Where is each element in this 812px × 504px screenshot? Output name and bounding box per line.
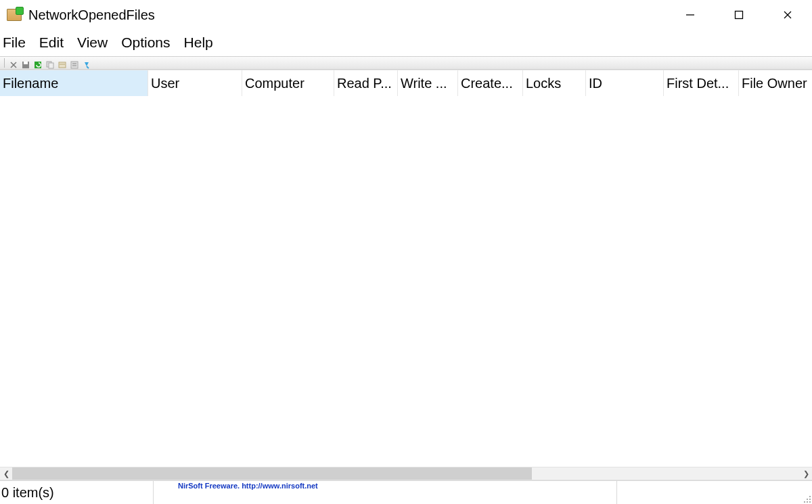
maximize-button[interactable] xyxy=(715,0,763,30)
column-header-locks[interactable]: Locks xyxy=(523,70,586,96)
menu-file[interactable]: File xyxy=(1,35,32,51)
properties-icon[interactable] xyxy=(58,58,67,68)
column-header-read-p[interactable]: Read P... xyxy=(334,70,398,96)
find-icon[interactable] xyxy=(82,58,91,68)
minimize-button[interactable] xyxy=(666,0,715,30)
refresh-icon[interactable] xyxy=(33,58,43,68)
menu-view[interactable]: View xyxy=(70,35,114,51)
svg-rect-7 xyxy=(24,62,28,64)
column-header-computer[interactable]: Computer xyxy=(242,70,334,96)
toolbar-separator xyxy=(4,58,5,68)
svg-rect-13 xyxy=(71,62,78,68)
horizontal-scrollbar[interactable]: ❮ ❯ xyxy=(0,467,812,480)
svg-rect-10 xyxy=(49,63,53,68)
status-bar: 0 item(s) NirSoft Freeware. http://www.n… xyxy=(0,480,812,504)
scroll-track[interactable] xyxy=(12,467,800,480)
column-header-user[interactable]: User xyxy=(148,70,242,96)
resize-grip[interactable] xyxy=(801,493,811,503)
column-header-id[interactable]: ID xyxy=(586,70,664,96)
menu-options[interactable]: Options xyxy=(114,35,177,51)
options-icon[interactable] xyxy=(70,58,79,68)
svg-rect-1 xyxy=(736,12,743,19)
column-headers: FilenameUserComputerRead P...Write ...Cr… xyxy=(0,70,812,96)
save-icon[interactable] xyxy=(21,58,30,68)
delete-icon[interactable] xyxy=(9,58,18,68)
list-view[interactable] xyxy=(0,96,812,467)
menu-edit[interactable]: Edit xyxy=(32,35,70,51)
close-button[interactable] xyxy=(763,0,812,30)
svg-rect-11 xyxy=(59,62,66,68)
svg-line-16 xyxy=(87,66,89,68)
menu-bar: File Edit View Options Help xyxy=(0,30,812,57)
column-header-filename[interactable]: Filename xyxy=(0,70,148,96)
window-controls xyxy=(666,0,812,30)
status-credit: NirSoft Freeware. http://www.nirsoft.net xyxy=(154,480,617,504)
menu-help[interactable]: Help xyxy=(177,35,220,51)
column-header-create[interactable]: Create... xyxy=(458,70,523,96)
app-icon xyxy=(7,9,22,21)
toolbar xyxy=(0,57,812,70)
status-item-count: 0 item(s) xyxy=(0,481,154,504)
scroll-thumb[interactable] xyxy=(12,467,532,480)
window-title: NetworkOpenedFiles xyxy=(28,7,155,23)
column-header-file-owner[interactable]: File Owner xyxy=(739,70,812,96)
scroll-right-button[interactable]: ❯ xyxy=(800,467,812,480)
scroll-left-button[interactable]: ❮ xyxy=(0,467,12,480)
copy-icon[interactable] xyxy=(45,58,55,68)
column-header-write[interactable]: Write ... xyxy=(398,70,458,96)
column-header-first-det[interactable]: First Det... xyxy=(664,70,739,96)
title-bar: NetworkOpenedFiles xyxy=(0,0,812,30)
